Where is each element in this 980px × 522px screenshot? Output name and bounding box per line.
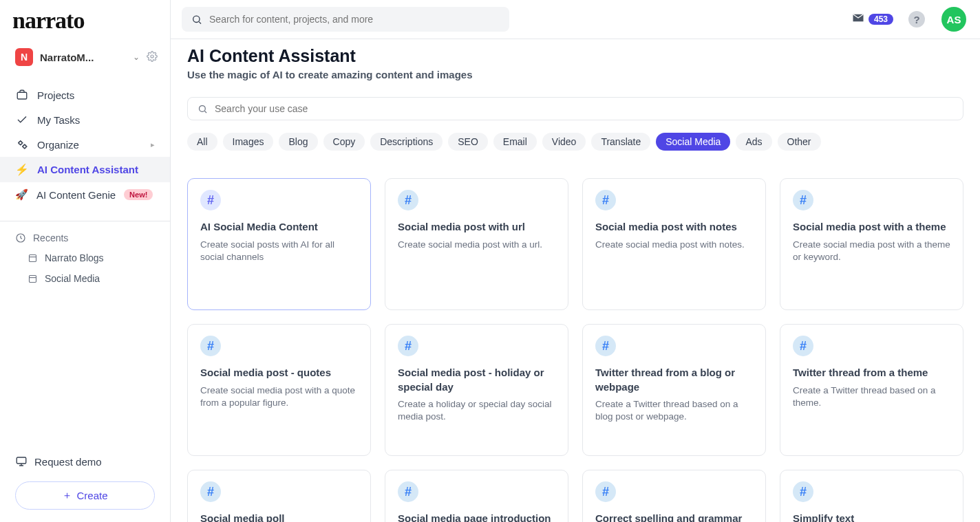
filter-copy[interactable]: Copy — [323, 133, 365, 151]
card[interactable]: #Social media post - holiday or special … — [385, 324, 568, 456]
svg-rect-7 — [17, 457, 26, 464]
rocket-icon: 🚀 — [15, 188, 28, 201]
notification-count: 453 — [869, 14, 893, 25]
filter-translate[interactable]: Translate — [591, 133, 650, 151]
svg-point-9 — [200, 105, 206, 111]
topbar: 453 ? AS — [171, 0, 980, 39]
filter-video[interactable]: Video — [542, 133, 586, 151]
nav-item-organize[interactable]: Organize▸ — [0, 132, 170, 157]
card[interactable]: #Social media post with notesCreate soci… — [582, 178, 766, 310]
nav-item-my-tasks[interactable]: My Tasks — [0, 107, 170, 132]
card-title: Correct spelling and grammar — [595, 512, 753, 522]
page-subtitle: Use the magic of AI to create amazing co… — [187, 69, 963, 80]
hash-icon: # — [200, 336, 221, 356]
card-desc: Create a Twitter thread based on a theme… — [793, 384, 950, 409]
hash-icon: # — [793, 481, 813, 502]
svg-point-8 — [193, 16, 200, 22]
recent-item[interactable]: Narrato Blogs — [0, 248, 170, 268]
card[interactable]: #Social media post with urlCreate social… — [385, 178, 568, 310]
avatar[interactable]: AS — [941, 7, 966, 32]
workspace-name: NarratoM... — [40, 52, 126, 63]
hash-icon: # — [200, 481, 221, 502]
mail-icon — [851, 10, 866, 28]
card[interactable]: #Social media poll — [187, 470, 371, 522]
new-badge: New! — [124, 189, 153, 200]
hash-icon: # — [595, 336, 616, 356]
recent-label: Narrato Blogs — [45, 252, 104, 263]
svg-point-0 — [151, 55, 153, 58]
filter-social-media[interactable]: Social Media — [656, 133, 730, 151]
card[interactable]: #Simplify text — [780, 470, 963, 522]
filter-seo[interactable]: SEO — [448, 133, 488, 151]
hash-icon: # — [398, 190, 418, 210]
hash-icon: # — [595, 481, 616, 502]
chevron-right-icon: ▸ — [151, 140, 155, 149]
card-desc: Create social media post with a theme or… — [793, 239, 950, 263]
svg-point-2 — [19, 142, 23, 145]
filter-descriptions[interactable]: Descriptions — [370, 133, 443, 151]
card-title: Twitter thread from a blog or webpage — [595, 366, 753, 394]
request-demo-link[interactable]: Request demo — [15, 450, 155, 473]
recents-header: Recents — [0, 228, 170, 248]
card-title: Social media post - quotes — [200, 366, 358, 380]
card-title: Social media post with url — [398, 220, 555, 234]
card-title: Social media page introduction — [398, 512, 555, 522]
help-icon[interactable]: ? — [908, 11, 925, 28]
filter-all[interactable]: All — [187, 133, 217, 151]
card-title: Social media poll — [200, 512, 358, 522]
nav-item-ai-content-assistant[interactable]: ⚡AI Content Assistant — [0, 157, 170, 182]
usecase-search[interactable] — [187, 97, 963, 120]
card-desc: Create social media post with notes. — [595, 239, 753, 251]
card-desc: Create a Twitter thread based on a blog … — [595, 398, 753, 423]
card-title: Social media post - holiday or special d… — [398, 366, 555, 394]
card[interactable]: #Twitter thread from a themeCreate a Twi… — [780, 324, 963, 456]
svg-rect-5 — [30, 254, 36, 261]
nav-item-ai-content-genie[interactable]: 🚀AI Content GenieNew! — [0, 182, 170, 207]
nav-label: Organize — [37, 139, 79, 151]
nav-item-projects[interactable]: Projects — [0, 83, 170, 107]
card[interactable]: #Social media page introduction — [385, 470, 568, 522]
hash-icon: # — [793, 336, 813, 356]
filter-other[interactable]: Other — [778, 133, 821, 151]
card[interactable]: #Social media post with a themeCreate so… — [780, 178, 963, 310]
filter-email[interactable]: Email — [493, 133, 537, 151]
recent-item[interactable]: Social Media — [0, 268, 170, 289]
card[interactable]: #Correct spelling and grammar — [582, 470, 766, 522]
search-input[interactable] — [209, 14, 500, 25]
nav-label: AI Content Genie — [36, 189, 116, 201]
workspace-selector[interactable]: N NarratoM... ⌄ — [0, 41, 170, 70]
logo: narrato — [12, 8, 84, 34]
briefcase-icon — [15, 89, 29, 101]
hash-icon: # — [398, 481, 418, 502]
sidebar: narrato N NarratoM... ⌄ ProjectsMy Tasks… — [0, 0, 171, 522]
card[interactable]: #Twitter thread from a blog or webpageCr… — [582, 324, 766, 456]
filter-blog[interactable]: Blog — [279, 133, 317, 151]
recents-label: Recents — [33, 232, 68, 243]
nav-label: Projects — [37, 89, 74, 101]
check-icon — [15, 113, 29, 126]
create-button[interactable]: ＋ Create — [15, 481, 155, 510]
hash-icon: # — [793, 190, 813, 210]
workspace-initial: N — [15, 48, 33, 66]
usecase-search-input[interactable] — [215, 103, 953, 114]
hash-icon: # — [200, 190, 221, 210]
card-desc: Create a holiday or special day social m… — [398, 398, 555, 423]
plus-icon: ＋ — [62, 489, 72, 502]
gear-icon[interactable] — [147, 51, 158, 64]
notifications[interactable]: 453 — [851, 10, 893, 28]
card-title: Simplify text — [793, 512, 950, 522]
global-search[interactable] — [182, 7, 509, 32]
card-desc: Create social posts with AI for all soci… — [200, 239, 358, 263]
card-grid: #AI Social Media ContentCreate social po… — [187, 178, 963, 522]
card[interactable]: #Social media post - quotesCreate social… — [187, 324, 371, 456]
chevron-down-icon: ⌄ — [133, 52, 140, 62]
svg-rect-1 — [17, 92, 27, 99]
card[interactable]: #AI Social Media ContentCreate social po… — [187, 178, 371, 310]
card-title: Social media post with notes — [595, 220, 753, 234]
filter-images[interactable]: Images — [223, 133, 274, 151]
card-desc: Create social media post with a quote fr… — [200, 384, 358, 409]
filter-ads[interactable]: Ads — [736, 133, 771, 151]
card-title: Social media post with a theme — [793, 220, 950, 234]
nav-label: AI Content Assistant — [37, 164, 138, 175]
nav-label: My Tasks — [37, 114, 80, 126]
